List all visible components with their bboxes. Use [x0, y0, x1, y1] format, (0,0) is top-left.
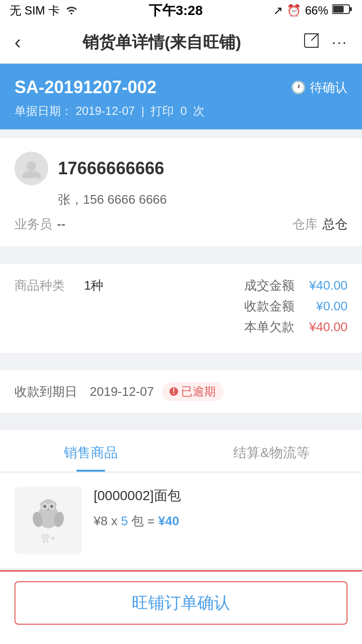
warehouse-label: 仓库	[292, 216, 318, 233]
status-bar: 无 SIM 卡 下午3:28 ↗ ⏰ 66%	[0, 0, 362, 21]
wifi-icon	[65, 4, 78, 17]
customer-meta: 业务员 -- 仓库 总仓	[14, 216, 348, 233]
divider-3	[0, 362, 362, 370]
summary-right: 成交金额 ¥40.00 收款金额 ¥0.00 本单欠款 ¥40.00	[244, 277, 348, 339]
divider-2	[0, 255, 362, 264]
status-text: 待确认	[310, 79, 348, 96]
due-section: 收款到期日 2019-12-07 ! 已逾期	[0, 370, 362, 413]
overdue-text: 已逾期	[181, 384, 216, 399]
tab-sales-products[interactable]: 销售商品	[0, 430, 181, 472]
order-header: SA-20191207-002 🕐 待确认 单据日期： 2019-12-07 |…	[0, 64, 362, 129]
status-right: ↗ ⏰ 66%	[273, 4, 352, 17]
product-section: 管+ [0000002]面包 ¥8 x 5 包 = ¥40	[0, 473, 362, 568]
tab-settlement[interactable]: 结算&物流等	[181, 430, 362, 472]
location-icon: ↗	[273, 4, 283, 17]
due-date-label: 收款到期日	[14, 383, 77, 400]
confirm-order-button[interactable]: 旺铺订单确认	[14, 581, 348, 625]
product-item: 管+ [0000002]面包 ¥8 x 5 包 = ¥40	[14, 487, 348, 554]
received-label: 收款金额	[244, 298, 294, 315]
order-date: 单据日期： 2019-12-07 | 打印 0 次	[14, 103, 348, 119]
divider-4	[0, 421, 362, 430]
status-time: 下午3:28	[149, 1, 203, 20]
svg-point-10	[50, 504, 54, 508]
clock-icon: 🕐	[291, 80, 306, 95]
overdue-badge: ! 已逾期	[162, 382, 223, 401]
product-name: [0000002]面包	[94, 487, 348, 505]
page-title: 销货单详情(来自旺铺)	[83, 31, 241, 54]
divider-1	[0, 129, 362, 138]
sales-rep-label: 业务员	[14, 216, 52, 233]
product-price: ¥8 x 5 包 = ¥40	[94, 513, 348, 530]
received-value: ¥0.00	[316, 299, 348, 314]
customer-section: 17666666666 张，156 6666 6666 业务员 -- 仓库 总仓	[0, 138, 362, 246]
svg-rect-1	[349, 7, 352, 11]
battery-icon	[332, 4, 352, 17]
customer-name: 张，156 6666 6666	[14, 191, 348, 208]
bottom-bar: 旺铺订单确认	[0, 570, 362, 644]
customer-phone: 17666666666	[58, 158, 164, 179]
nav-bar: ‹ 销货单详情(来自旺铺) ···	[0, 21, 362, 64]
sales-rep-value: --	[57, 217, 65, 232]
due-date-value: 2019-12-07	[90, 384, 154, 399]
nav-right: ···	[303, 32, 348, 53]
nav-left: ‹	[14, 31, 21, 53]
product-info: [0000002]面包 ¥8 x 5 包 = ¥40	[94, 487, 348, 530]
owed-label: 本单欠款	[244, 319, 294, 336]
order-status: 🕐 待确认	[291, 79, 348, 96]
battery-text: 66%	[305, 4, 328, 17]
brand-plus: 管+	[41, 532, 56, 545]
back-button[interactable]: ‹	[14, 31, 21, 53]
alarm-icon: ⏰	[287, 4, 301, 17]
svg-rect-2	[333, 6, 344, 13]
more-icon[interactable]: ···	[332, 33, 348, 51]
warehouse-value: 总仓	[322, 216, 348, 233]
goods-type-value: 1种	[84, 277, 103, 294]
summary-section: 商品种类 1种 成交金额 ¥40.00 收款金额 ¥0.00 本单欠款 ¥40.…	[0, 264, 362, 353]
deal-amount-value: ¥40.00	[309, 278, 348, 293]
product-thumbnail: 管+	[14, 487, 82, 554]
owed-value: ¥40.00	[309, 320, 348, 335]
svg-point-4	[27, 161, 36, 171]
overdue-icon: !	[169, 387, 178, 396]
goods-type-label: 商品种类	[14, 277, 65, 294]
svg-point-8	[43, 504, 47, 508]
deal-amount-label: 成交金额	[244, 277, 294, 294]
share-icon[interactable]	[303, 32, 320, 53]
carrier-text: 无 SIM 卡	[10, 3, 60, 18]
order-id: SA-20191207-002	[14, 77, 156, 98]
avatar	[14, 152, 48, 185]
tabs-section: 销售商品 结算&物流等	[0, 430, 362, 472]
status-left: 无 SIM 卡	[10, 3, 78, 18]
